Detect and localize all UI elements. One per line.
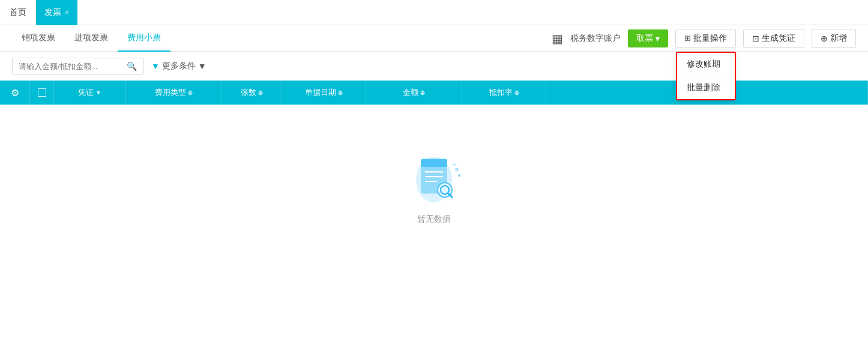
empty-state: 暂无数据 (0, 105, 868, 273)
more-filter-button[interactable]: ▼ 更多条件 ▼ (151, 61, 206, 72)
svg-point-9 (455, 168, 459, 171)
svg-line-8 (448, 194, 452, 197)
invoice-tab-label: 发票 (44, 7, 61, 18)
top-bar: 首页 发票 × (0, 0, 868, 25)
sub-nav-tabs: 销项发票 进项发票 费用小票 (12, 25, 170, 51)
search-icon: 🔍 (127, 61, 137, 71)
filter-funnel-icon: ▼ (151, 61, 160, 71)
th-amount: 金额 (366, 81, 462, 105)
svg-point-10 (458, 174, 460, 177)
tax-account-button[interactable]: 税务数字账户 (570, 33, 621, 44)
main-content: 销项发票 进项发票 费用小票 ▦ 税务数字账户 取票 ▾ ⊞ 批量操作 (0, 25, 868, 351)
select-all-checkbox[interactable] (38, 88, 46, 97)
amount-sort-icon[interactable] (420, 90, 425, 96)
gen-voucher-icon: ⊡ (752, 34, 759, 43)
gen-voucher-label: 生成凭证 (762, 33, 795, 44)
voucher-filter-icon[interactable]: ▼ (95, 89, 102, 96)
close-icon[interactable]: × (65, 8, 69, 17)
batch-op-label: 批量操作 (693, 33, 727, 44)
batch-op-button[interactable]: ⊞ 批量操作 (675, 29, 736, 48)
new-label: 新增 (830, 33, 847, 44)
gen-voucher-button[interactable]: ⊡ 生成凭证 (743, 29, 804, 48)
new-button[interactable]: ⊕ 新增 (812, 29, 856, 48)
date-sort-icon[interactable] (338, 90, 343, 96)
th-voucher: 凭证 ▼ (54, 81, 126, 105)
tab-sales-invoice[interactable]: 销项发票 (12, 25, 65, 52)
count-sort-icon[interactable] (258, 90, 263, 96)
take-ticket-label: 取票 (636, 33, 653, 44)
search-input[interactable] (19, 62, 127, 71)
invoice-tab[interactable]: 发票 × (36, 0, 77, 25)
gear-icon: ⚙ (11, 87, 19, 99)
dropdown-item-batch-delete[interactable]: 批量删除 (677, 76, 735, 99)
batch-op-dropdown: 修改账期 批量删除 (676, 52, 736, 100)
search-input-wrapper[interactable]: 🔍 (12, 58, 144, 75)
tab-input-invoice[interactable]: 进项发票 (65, 25, 118, 52)
th-expense-type: 费用类型 (126, 81, 222, 105)
expense-type-sort-icon[interactable] (188, 90, 193, 96)
dropdown-item-modify-period[interactable]: 修改账期 (677, 53, 735, 76)
qr-button[interactable]: ▦ (552, 31, 563, 46)
empty-icon (404, 153, 464, 207)
th-checkbox[interactable] (30, 81, 54, 105)
empty-state-text: 暂无数据 (417, 214, 451, 225)
new-icon: ⊕ (821, 34, 828, 43)
search-bar: 🔍 ▼ 更多条件 ▼ (0, 52, 868, 81)
table-header: ⚙ 凭证 ▼ 费用类型 张数 单据日期 (0, 81, 868, 105)
tab-expense-receipt[interactable]: 费用小票 (118, 25, 170, 52)
qr-icon: ▦ (552, 31, 563, 46)
take-ticket-dropdown-icon: ▾ (656, 34, 660, 43)
th-deduct-rate: 抵扣率 (462, 81, 546, 105)
home-tab[interactable]: 首页 (0, 7, 36, 18)
th-date: 单据日期 (282, 81, 366, 105)
sub-nav: 销项发票 进项发票 费用小票 ▦ 税务数字账户 取票 ▾ ⊞ 批量操作 (0, 25, 868, 52)
batch-op-icon: ⊞ (684, 34, 691, 43)
svg-point-11 (453, 163, 456, 166)
more-filter-chevron: ▼ (198, 61, 206, 71)
svg-rect-2 (421, 159, 447, 167)
sub-nav-actions: ▦ 税务数字账户 取票 ▾ ⊞ 批量操作 修改账期 批量删除 ⊡ (552, 29, 856, 48)
batch-op-wrapper: ⊞ 批量操作 修改账期 批量删除 (675, 29, 736, 48)
more-filter-label: 更多条件 (162, 61, 196, 72)
th-count: 张数 (222, 81, 282, 105)
th-gear[interactable]: ⚙ (0, 81, 30, 105)
deduct-rate-sort-icon[interactable] (514, 90, 519, 96)
take-ticket-button[interactable]: 取票 ▾ (628, 29, 668, 47)
